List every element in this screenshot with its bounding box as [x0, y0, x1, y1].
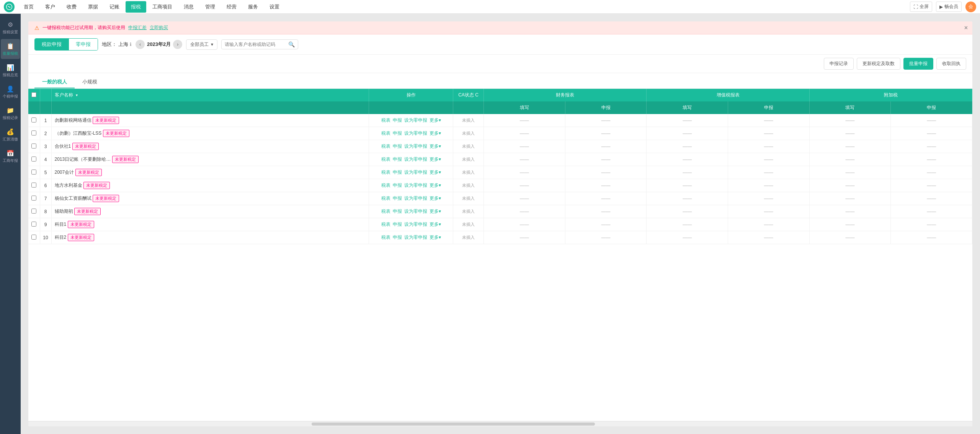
select-all-checkbox[interactable]	[31, 92, 36, 97]
search-icon[interactable]: 🔍	[288, 41, 295, 47]
nav-business[interactable]: 工商项目	[147, 1, 178, 13]
op-tax-table[interactable]: 税表	[381, 234, 390, 241]
sidebar-item-tax-overview[interactable]: 📊 报税总览	[1, 60, 20, 80]
sidebar-item-personal-tax[interactable]: 👤 个税申报	[1, 82, 20, 102]
nav-accounting[interactable]: 记账	[104, 1, 125, 13]
op-tax-table[interactable]: 税表	[381, 195, 390, 202]
op-tax-table[interactable]: 税表	[381, 143, 390, 150]
op-more[interactable]: 更多▾	[430, 234, 441, 241]
search-input[interactable]	[225, 42, 286, 47]
sidebar-label-tax-settings: 报税设置	[3, 30, 18, 34]
scroll-thumb[interactable]	[312, 423, 595, 426]
sidebar-item-settlement[interactable]: 💰 汇算清缴	[1, 125, 20, 145]
op-tax-table[interactable]: 税表	[381, 182, 390, 189]
cell-name: 2013日记账（不要删除哈… 未更新税定	[51, 153, 369, 166]
cell-checkbox	[28, 231, 40, 244]
row-checkbox-6[interactable]	[31, 196, 36, 201]
op-more[interactable]: 更多▾	[430, 182, 441, 189]
op-declare[interactable]: 申报	[393, 169, 402, 176]
op-declare[interactable]: 申报	[393, 143, 402, 150]
row-checkbox-7[interactable]	[31, 209, 36, 214]
op-tax-table[interactable]: 税表	[381, 169, 390, 176]
retrieve-receipt-button[interactable]: 收取回执	[936, 58, 966, 70]
tab-tax-declare[interactable]: 税款申报	[35, 39, 69, 50]
nav-operation[interactable]: 经营	[221, 1, 242, 13]
nav-message[interactable]: 消息	[178, 1, 199, 13]
op-more[interactable]: 更多▾	[430, 117, 441, 124]
op-zero-declare[interactable]: 设为零申报	[404, 117, 427, 124]
op-declare[interactable]: 申报	[393, 182, 402, 189]
op-zero-declare[interactable]: 设为零申报	[404, 169, 427, 176]
nav-service[interactable]: 服务	[243, 1, 263, 13]
op-declare[interactable]: 申报	[393, 221, 402, 228]
op-tax-table[interactable]: 税表	[381, 221, 390, 228]
op-zero-declare[interactable]: 设为零申报	[404, 156, 427, 163]
op-more[interactable]: 更多▾	[430, 195, 441, 202]
nav-home[interactable]: 首页	[18, 1, 39, 13]
op-zero-declare[interactable]: 设为零申报	[404, 234, 427, 241]
nav-manage[interactable]: 管理	[200, 1, 220, 13]
row-checkbox-0[interactable]	[31, 117, 36, 122]
row-checkbox-3[interactable]	[31, 157, 36, 162]
op-declare[interactable]: 申报	[393, 234, 402, 241]
op-zero-declare[interactable]: 设为零申报	[404, 208, 427, 215]
op-more[interactable]: 更多▾	[430, 169, 441, 176]
nav-client[interactable]: 客户	[40, 1, 60, 13]
declare-link[interactable]: 申报汇差	[128, 24, 147, 31]
nav-tax[interactable]: 报税	[126, 1, 146, 13]
row-checkbox-2[interactable]	[31, 144, 36, 148]
cell-f-fill: ——	[484, 166, 565, 179]
row-checkbox-5[interactable]	[31, 183, 36, 188]
nav-invoice[interactable]: 票据	[83, 1, 103, 13]
buy-link[interactable]: 立即购买	[150, 24, 168, 31]
period-next-button[interactable]: ›	[173, 40, 182, 49]
op-zero-declare[interactable]: 设为零申报	[404, 143, 427, 150]
nav-fee[interactable]: 收费	[61, 1, 82, 13]
cell-a-sub: ——	[891, 192, 972, 205]
op-declare[interactable]: 申报	[393, 208, 402, 215]
op-declare[interactable]: 申报	[393, 130, 402, 137]
op-declare[interactable]: 申报	[393, 117, 402, 124]
sidebar-item-tax-settings[interactable]: ⚙ 报税设置	[1, 18, 20, 38]
tab-zero-declare[interactable]: 零申报	[69, 39, 98, 50]
declare-records-button[interactable]: 申报记录	[824, 58, 854, 70]
fullscreen-button[interactable]: ⛶ 全屏	[910, 2, 932, 12]
op-tax-table[interactable]: 税表	[381, 208, 390, 215]
employee-label: 全部员工	[190, 41, 209, 48]
op-declare[interactable]: 申报	[393, 195, 402, 202]
member-button[interactable]: ▶ 畅会员	[936, 2, 962, 12]
op-more[interactable]: 更多▾	[430, 208, 441, 215]
row-checkbox-4[interactable]	[31, 170, 36, 175]
op-tax-table[interactable]: 税表	[381, 117, 390, 124]
nav-settings[interactable]: 设置	[264, 1, 285, 13]
op-more[interactable]: 更多▾	[430, 130, 441, 137]
horizontal-scrollbar[interactable]	[28, 421, 972, 426]
op-more[interactable]: 更多▾	[430, 143, 441, 150]
row-checkbox-1[interactable]	[31, 131, 36, 135]
op-declare[interactable]: 申报	[393, 156, 402, 163]
op-tax-table[interactable]: 税表	[381, 130, 390, 137]
row-checkbox-9[interactable]	[31, 235, 36, 240]
banner-close-button[interactable]: ×	[964, 24, 968, 31]
op-more[interactable]: 更多▾	[430, 156, 441, 163]
sidebar-item-batch-tax[interactable]: 📋 批量报税	[1, 39, 20, 59]
sub-tab-general[interactable]: 一般的税人	[34, 76, 75, 88]
period-prev-button[interactable]: ‹	[136, 40, 145, 49]
op-zero-declare[interactable]: 设为零申报	[404, 130, 427, 137]
sub-tab-small[interactable]: 小规模	[75, 76, 105, 88]
op-tax-table[interactable]: 税表	[381, 156, 390, 163]
employee-select[interactable]: 全部员工 ▾	[186, 39, 217, 50]
update-tax-button[interactable]: 更新税定及取数	[857, 58, 900, 70]
row-checkbox-8[interactable]	[31, 222, 36, 227]
name-sort-icon[interactable]: ▾	[76, 93, 78, 97]
sidebar-item-tax-records[interactable]: 📁 报税记录	[1, 103, 20, 123]
op-zero-declare[interactable]: 设为零申报	[404, 195, 427, 202]
op-zero-declare[interactable]: 设为零申报	[404, 182, 427, 189]
op-zero-declare[interactable]: 设为零申报	[404, 221, 427, 228]
logo[interactable]	[4, 2, 15, 12]
op-more[interactable]: 更多▾	[430, 221, 441, 228]
sidebar-item-annual-report[interactable]: 📅 工商年报	[1, 146, 20, 166]
status-badge: 未更新税定	[72, 143, 99, 150]
batch-declare-button[interactable]: 批量申报	[903, 58, 933, 70]
avatar[interactable]: 会	[965, 2, 976, 12]
